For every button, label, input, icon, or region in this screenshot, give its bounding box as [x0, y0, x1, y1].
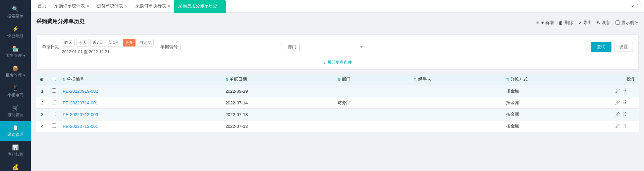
tab-label-purchase-order-stat: 采购订单统计表 [54, 3, 85, 9]
last7days-btn[interactable]: 近7天 [90, 39, 105, 47]
tab-goods-stat[interactable]: 进货单统计表× [93, 0, 131, 13]
add-label: + 新增 [541, 20, 554, 26]
gear-icon[interactable]: ⚙ [40, 77, 44, 82]
export-icon: ↗ [578, 20, 582, 25]
yesterday-btn[interactable]: 昨天 [62, 39, 75, 47]
order-no-link[interactable]: PE-20220713-003 [63, 112, 98, 117]
edit-icon[interactable]: 🖊 [615, 111, 620, 117]
date-field: 单据日期 昨天 今天 近7天 近1月 更多 自定义 2022-01-01 至 2… [42, 39, 154, 55]
stock-icon: 📊 [12, 144, 19, 151]
tab-close-purchase-order-stat[interactable]: × [87, 4, 89, 8]
row-num: 2 [36, 97, 48, 109]
more-icon[interactable]: ⠿ [623, 100, 627, 106]
row-handler [411, 109, 503, 120]
sidebar-label-ecom: 电商管理 [7, 112, 23, 118]
last1month-btn[interactable]: 近1月 [107, 39, 122, 47]
th-order-date[interactable]: 单据日期 [222, 74, 334, 85]
row-checkbox[interactable] [52, 123, 56, 128]
tab-purchase-cost[interactable]: 采购费用分摊单历史× [174, 0, 225, 13]
export-button[interactable]: ↗ 导出 [578, 20, 592, 26]
ecom-icon: 🛒 [12, 105, 19, 111]
row-check [48, 97, 59, 109]
delete-button[interactable]: 🗑 删除 [558, 20, 573, 26]
export-label: 导出 [583, 20, 592, 26]
sidebar-item-mini[interactable]: 📱 小畅电商 [0, 82, 31, 101]
expand-conditions-btn[interactable]: ⌄ 展开更多条件 [323, 60, 352, 65]
tab-close-purchase-exec[interactable]: × [168, 4, 170, 8]
date-group: 昨天 今天 近7天 近1月 更多 自定义 2022-01-01 至 2022-1… [62, 39, 154, 55]
more-icon[interactable]: ⠿ [623, 123, 627, 129]
edit-icon[interactable]: 🖊 [615, 123, 620, 129]
sidebar-item-ecom[interactable]: 🛒 电商管理 [0, 101, 31, 121]
sidebar-item-search[interactable]: 🔍 搜索菜单 [0, 3, 31, 22]
dept-label: 部门 [288, 44, 297, 50]
tab-controls: × ⛶ [631, 4, 641, 9]
select-all-checkbox[interactable] [52, 77, 56, 81]
row-dept [334, 85, 411, 97]
row-dept [334, 109, 411, 120]
sidebar-item-purchase[interactable]: 📋 采购管理 [0, 121, 31, 141]
search-buttons: 查询 设置 [591, 42, 633, 52]
sidebar-item-finance[interactable]: 💰 资金管理 [0, 161, 31, 171]
search-bar: 单据日期 昨天 今天 近7天 近1月 更多 自定义 2022-01-01 至 2… [36, 34, 639, 70]
sidebar-item-wholesale[interactable]: 📦 批发管理 ▾ [0, 62, 31, 82]
query-button[interactable]: 查询 [591, 42, 611, 52]
row-handler [411, 85, 503, 97]
th-order-no[interactable]: 单据编号 [59, 74, 222, 85]
row-checkbox[interactable] [52, 88, 56, 93]
order-no-link[interactable]: PE-20220714-001 [63, 100, 98, 105]
tab-label-purchase-exec: 采购订单执行表 [136, 3, 166, 9]
row-order-date: 2022-07-14 [222, 97, 334, 109]
shortcut-icon: ⚡ [12, 26, 19, 32]
show-cols-checkbox[interactable]: 显示明细 [615, 20, 639, 26]
order-no-link[interactable]: PE-20220919-002 [63, 89, 98, 94]
dept-select[interactable]: 财务部 [299, 43, 366, 51]
edit-icon[interactable]: 🖊 [615, 100, 620, 106]
page-content: 采购费用分摊单历史 ＋ + 新增 🗑 删除 ↗ 导出 ↻ 刷新 [31, 13, 644, 171]
tab-purchase-order-stat[interactable]: 采购订单统计表× [50, 0, 93, 13]
delete-icon: 🗑 [558, 20, 563, 25]
row-checkbox[interactable] [52, 100, 56, 104]
more-icon[interactable]: ⠿ [623, 111, 627, 117]
tab-purchase-exec[interactable]: 采购订单执行表× [131, 0, 174, 13]
table-row: 1 PE-20220919-002 2022-09-19 按金额 🖊 ⠿ [36, 85, 639, 97]
maximize-window-button[interactable]: ⛶ [637, 4, 641, 9]
sidebar-item-stock[interactable]: 📊 库存核算 [0, 141, 31, 161]
th-handler[interactable]: 经手人 [411, 74, 503, 85]
row-num: 1 [36, 85, 48, 97]
row-split-method: 按金额 [503, 85, 612, 97]
custom-date-btn[interactable]: 自定义 [137, 39, 154, 47]
row-order-date: 2022-07-13 [222, 109, 334, 120]
row-actions: 🖊 ⠿ [612, 109, 639, 120]
edit-icon[interactable]: 🖊 [615, 88, 620, 94]
tab-home[interactable]: 首页 [34, 0, 50, 13]
row-check [48, 109, 59, 120]
tab-close-purchase-cost[interactable]: × [219, 4, 221, 8]
th-dept[interactable]: 部门 [334, 74, 411, 85]
row-dept [334, 120, 411, 132]
row-order-no: PE-20220919-002 [59, 85, 222, 97]
order-no-link[interactable]: PE-20220713-001 [63, 124, 98, 129]
row-order-no: PE-20220714-001 [59, 97, 222, 109]
today-btn[interactable]: 今天 [76, 39, 89, 47]
sidebar-item-retail[interactable]: 🏪 零售管理 ▾ [0, 42, 31, 62]
more-icon[interactable]: ⠿ [623, 88, 627, 94]
th-split-method[interactable]: 分摊方式 [503, 74, 612, 85]
row-actions: 🖊 ⠿ [612, 120, 639, 132]
th-gear: ⚙ [36, 74, 48, 85]
settings-button[interactable]: 设置 [614, 42, 633, 52]
sidebar-item-shortcut[interactable]: ⚡ 快捷导航 [0, 22, 31, 42]
tab-bar: 首页采购订单统计表×进货单统计表×采购订单执行表×采购费用分摊单历史× × ⛶ [31, 0, 644, 13]
close-window-button[interactable]: × [631, 4, 634, 9]
show-cols-input[interactable] [615, 20, 620, 25]
order-no-input[interactable] [180, 43, 281, 51]
refresh-icon: ↻ [597, 20, 601, 25]
refresh-button[interactable]: ↻ 刷新 [597, 20, 611, 26]
main-content: 首页采购订单统计表×进货单统计表×采购订单执行表×采购费用分摊单历史× × ⛶ … [31, 0, 644, 171]
wholesale-icon: 📦 [12, 65, 19, 72]
tab-close-goods-stat[interactable]: × [125, 4, 127, 8]
more-date-btn[interactable]: 更多 [123, 39, 136, 47]
row-checkbox[interactable] [52, 112, 56, 116]
sidebar-label-stock: 库存核算 [7, 152, 23, 157]
add-button[interactable]: ＋ + 新增 [535, 20, 554, 26]
